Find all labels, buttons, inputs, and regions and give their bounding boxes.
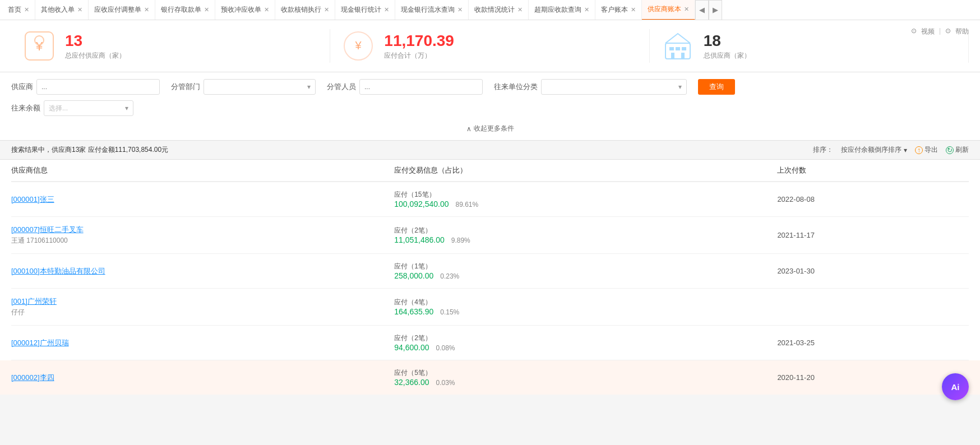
nav-tab-adjust[interactable]: 应收应付调整单 ✕ bbox=[89, 0, 155, 20]
close-icon[interactable]: ✕ bbox=[584, 6, 589, 13]
tx-amount-0[interactable]: 100,092,540.00 bbox=[394, 200, 449, 208]
supplier-link-1[interactable]: [000007]恒旺二手叉车 bbox=[11, 225, 394, 235]
total-supplier-icon bbox=[661, 29, 695, 63]
tx-row-1: 11,051,486.00 9.89% bbox=[394, 235, 777, 244]
category-filter-label: 往来单位分类 bbox=[494, 82, 538, 92]
sort-button[interactable]: 按应付余额倒序排序 ▾ bbox=[841, 145, 907, 155]
filter-category: 往来单位分类 ▾ bbox=[494, 79, 687, 95]
balance-select[interactable]: 选择... ▾ bbox=[44, 100, 133, 116]
supplier-cell-1: [000007]恒旺二手叉车 王通 17106110000 bbox=[11, 225, 394, 245]
close-icon[interactable]: ✕ bbox=[77, 6, 82, 13]
tx-cell-3: 应付（4笔） 164,635.90 0.15% bbox=[394, 298, 777, 316]
supplier-input[interactable] bbox=[36, 79, 160, 95]
tx-amount-2[interactable]: 258,000.00 bbox=[394, 271, 433, 280]
col-header-tx: 应付交易信息（占比） bbox=[394, 165, 777, 175]
close-icon[interactable]: ✕ bbox=[144, 6, 149, 13]
col-header-supplier: 供应商信息 bbox=[11, 165, 394, 175]
top-navigation: 首页 ✕ 其他收入单 ✕ 应收应付调整单 ✕ 银行存取款单 ✕ 预收冲应收单 ✕… bbox=[0, 0, 980, 20]
tx-cell-1: 应付（2笔） 11,051,486.00 9.89% bbox=[394, 226, 777, 244]
tx-cell-5: 应付（5笔） 32,366.00 0.03% bbox=[394, 368, 777, 387]
svg-rect-10 bbox=[681, 53, 685, 59]
dept-dropdown-icon: ▾ bbox=[307, 83, 311, 91]
filter-balance: 往来余额 选择... ▾ bbox=[11, 100, 133, 116]
tx-percent-2: 0.23% bbox=[440, 272, 459, 280]
result-info: 搜索结果中，供应商13家 应付金额111,703,854.00元 bbox=[11, 145, 168, 155]
close-icon[interactable]: ✕ bbox=[264, 6, 269, 13]
nav-prev-arrow[interactable]: ◀ bbox=[695, 0, 709, 20]
close-icon[interactable]: ✕ bbox=[384, 6, 389, 13]
payable-suppliers-count: 13 bbox=[65, 31, 126, 50]
nav-tab-collection[interactable]: 收款核销执行 ✕ bbox=[275, 0, 335, 20]
nav-tab-home[interactable]: 首页 ✕ bbox=[2, 0, 35, 20]
card1-content: 13 总应付供应商（家） bbox=[65, 31, 126, 61]
supplier-cell-3: [001]广州荣轩 仔仔 bbox=[11, 296, 394, 317]
filter-row-2: 往来余额 选择... ▾ bbox=[11, 100, 969, 116]
close-icon[interactable]: ✕ bbox=[324, 6, 329, 13]
dept-filter-label: 分管部门 bbox=[171, 82, 200, 92]
nav-tab-customer-ledger[interactable]: 客户账本 ✕ bbox=[595, 0, 642, 20]
svg-text:¥: ¥ bbox=[35, 39, 43, 53]
nav-tab-bank[interactable]: 银行存取款单 ✕ bbox=[155, 0, 215, 20]
supplier-link-0[interactable]: [000001]张三 bbox=[11, 194, 394, 205]
nav-tab-receipt-stat[interactable]: 收款情况统计 ✕ bbox=[469, 0, 529, 20]
filter-person: 分管人员 bbox=[327, 79, 483, 95]
close-icon[interactable]: ✕ bbox=[457, 6, 463, 13]
nav-tab-overdue[interactable]: 超期应收款查询 ✕ bbox=[529, 0, 595, 20]
search-button[interactable]: 查询 bbox=[698, 79, 735, 95]
close-icon[interactable]: ✕ bbox=[684, 6, 689, 13]
result-bar: 搜索结果中，供应商13家 应付金额111,703,854.00元 排序： 按应付… bbox=[0, 141, 980, 160]
video-link[interactable]: 视频 bbox=[921, 27, 935, 36]
supplier-link-4[interactable]: [000012]广州贝瑞 bbox=[11, 338, 394, 348]
person-input[interactable] bbox=[359, 79, 483, 95]
total-payable-amount: 11,170.39 bbox=[384, 31, 454, 50]
nav-tab-supplier-ledger[interactable]: 供应商账本 ✕ bbox=[642, 0, 695, 20]
person-filter-label: 分管人员 bbox=[327, 82, 356, 92]
supplier-link-3[interactable]: [001]广州荣轩 bbox=[11, 296, 394, 307]
supplier-sub-3: 仔仔 bbox=[11, 308, 394, 317]
supplier-cell-4: [000012]广州贝瑞 bbox=[11, 338, 394, 348]
nav-next-arrow[interactable]: ▶ bbox=[709, 0, 722, 20]
close-icon[interactable]: ✕ bbox=[517, 6, 523, 13]
close-icon[interactable]: ✕ bbox=[204, 6, 209, 13]
refresh-button[interactable]: ↻ 刷新 bbox=[946, 145, 969, 155]
supplier-link-5[interactable]: [000002]李四 bbox=[11, 373, 394, 383]
collapse-filter-button[interactable]: ∧ 收起更多条件 bbox=[11, 122, 969, 136]
close-icon[interactable]: ✕ bbox=[631, 6, 636, 13]
export-icon: ↑ bbox=[915, 146, 923, 154]
category-select[interactable]: ▾ bbox=[541, 79, 687, 95]
tx-label-1: 应付（2笔） bbox=[394, 226, 777, 235]
tx-row-3: 164,635.90 0.15% bbox=[394, 307, 777, 316]
col-header-lastpay: 上次付数 bbox=[777, 165, 969, 175]
supplier-link-2[interactable]: [000100]本特勤油品有限公司 bbox=[11, 266, 394, 276]
table-row: [000100]本特勤油品有限公司 应付（1笔） 258,000.00 0.23… bbox=[11, 254, 969, 289]
nav-tab-other-income[interactable]: 其他收入单 ✕ bbox=[35, 0, 89, 20]
svg-rect-8 bbox=[682, 47, 686, 50]
tx-cell-0: 应付（15笔） 100,092,540.00 89.61% bbox=[394, 190, 777, 208]
tx-amount-4[interactable]: 94,600.00 bbox=[394, 343, 429, 352]
nav-tab-cash-stat[interactable]: 现金银行统计 ✕ bbox=[335, 0, 395, 20]
export-button[interactable]: ↑ 导出 bbox=[915, 145, 938, 155]
summary-card-total-payable: ¥ 11,170.39 应付合计（万） bbox=[330, 29, 649, 63]
balance-filter-label: 往来余额 bbox=[11, 103, 40, 113]
nav-tab-cashflow[interactable]: 现金银行流水查询 ✕ bbox=[395, 0, 469, 20]
table-header: 供应商信息 应付交易信息（占比） 上次付数 bbox=[11, 160, 969, 182]
tx-percent-0: 89.61% bbox=[456, 201, 479, 208]
table-row: [000001]张三 应付（15笔） 100,092,540.00 89.61%… bbox=[11, 182, 969, 217]
nav-tab-advance[interactable]: 预收冲应收单 ✕ bbox=[215, 0, 275, 20]
help-link[interactable]: 帮助 bbox=[955, 27, 969, 36]
close-icon-home[interactable]: ✕ bbox=[24, 6, 29, 13]
tx-row-5: 32,366.00 0.03% bbox=[394, 378, 777, 387]
table-row: [000012]广州贝瑞 应付（2笔） 94,600.00 0.08% 2021… bbox=[11, 326, 969, 360]
total-suppliers-label: 总供应商（家） bbox=[704, 51, 751, 61]
tx-amount-1[interactable]: 11,051,486.00 bbox=[394, 235, 445, 244]
tx-amount-5[interactable]: 32,366.00 bbox=[394, 378, 429, 387]
data-table: 供应商信息 应付交易信息（占比） 上次付数 [000001]张三 应付（15笔）… bbox=[0, 160, 980, 395]
supplier-cell-2: [000100]本特勤油品有限公司 bbox=[11, 266, 394, 276]
dept-select[interactable]: ▾ bbox=[204, 79, 316, 95]
tx-row-4: 94,600.00 0.08% bbox=[394, 343, 777, 352]
tx-amount-3[interactable]: 164,635.90 bbox=[394, 307, 433, 316]
table-row: [001]广州荣轩 仔仔 应付（4笔） 164,635.90 0.15% bbox=[11, 289, 969, 326]
filter-dept: 分管部门 ▾ bbox=[171, 79, 316, 95]
svg-text:¥: ¥ bbox=[355, 39, 362, 52]
refresh-icon: ↻ bbox=[946, 146, 954, 154]
